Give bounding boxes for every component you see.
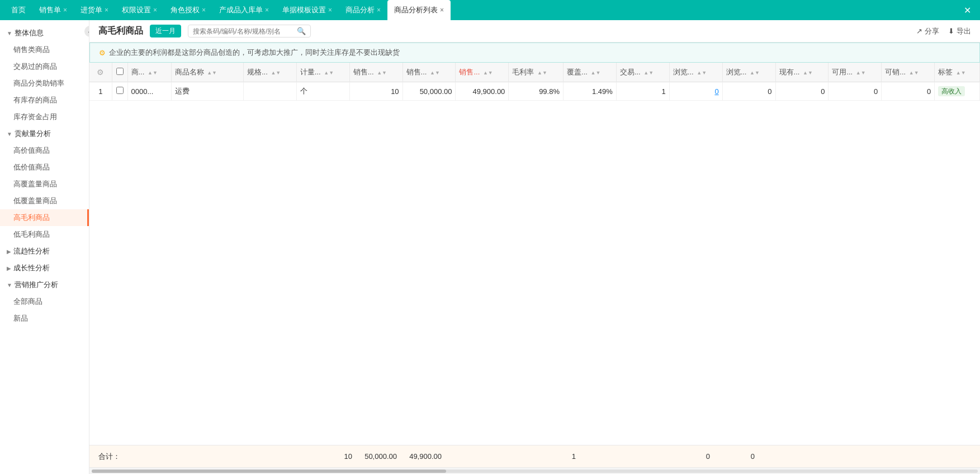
tag-badge: 高收入 bbox=[938, 86, 965, 96]
nav-analysis-close[interactable]: × bbox=[377, 6, 381, 14]
col-gross-margin[interactable]: 毛利率 ▲▼ bbox=[509, 63, 564, 82]
row-transaction: 1 bbox=[616, 82, 669, 101]
col-spec[interactable]: 规格... ▲▼ bbox=[243, 63, 296, 82]
sort-icon-coverage: ▲▼ bbox=[590, 70, 600, 76]
nav-analysis[interactable]: 商品分析 × bbox=[339, 0, 387, 20]
sidebar-group-contribution[interactable]: ▼ 贡献量分析 bbox=[0, 125, 89, 142]
footer-sales-qty-val: 10 bbox=[311, 452, 356, 461]
horizontal-scrollbar[interactable] bbox=[89, 467, 980, 474]
nav-analysis-list-close[interactable]: × bbox=[440, 6, 444, 14]
nav-warehouse-close[interactable]: × bbox=[265, 6, 269, 14]
col-sales-amount[interactable]: 销售... ▲▼ bbox=[403, 63, 456, 82]
row-num: 1 bbox=[89, 82, 112, 101]
sort-icon-code: ▲▼ bbox=[148, 70, 158, 76]
date-filter-button[interactable]: 近一月 bbox=[150, 25, 181, 37]
share-button[interactable]: ↗ 分享 bbox=[916, 26, 939, 36]
marketing-arrow-icon: ▼ bbox=[7, 282, 12, 288]
nav-home[interactable]: 首页 bbox=[4, 0, 32, 20]
col-name-label: 商品名称 bbox=[175, 68, 204, 76]
settings-icon[interactable]: ⚙ bbox=[97, 68, 104, 77]
nav-sales-close[interactable]: × bbox=[63, 6, 67, 14]
sidebar-item-category-rate[interactable]: 商品分类助销率 bbox=[0, 75, 89, 92]
col-coverage[interactable]: 覆盖... ▲▼ bbox=[564, 63, 617, 82]
row-code: 0000... bbox=[127, 82, 171, 101]
select-all-checkbox[interactable] bbox=[116, 68, 124, 75]
col-checkbox bbox=[112, 63, 127, 82]
col-unit[interactable]: 计量... ▲▼ bbox=[296, 63, 349, 82]
col-available-label: 可用... bbox=[832, 68, 853, 76]
sort-icon-saleable: ▲▼ bbox=[909, 70, 919, 76]
browse1-link[interactable]: 0 bbox=[714, 87, 718, 96]
col-current-stock-label: 现有... bbox=[779, 68, 800, 76]
top-navigation: 首页 销售单 × 进货单 × 权限设置 × 角色授权 × 产成品入库单 × 单据… bbox=[0, 0, 980, 20]
col-available[interactable]: 可用... ▲▼ bbox=[828, 63, 882, 82]
scrollbar-track bbox=[92, 470, 978, 473]
sort-icon-transaction: ▲▼ bbox=[643, 70, 654, 76]
row-spec bbox=[243, 82, 296, 101]
page-title: 高毛利商品 bbox=[98, 25, 143, 37]
nav-warehouse[interactable]: 产成品入库单 × bbox=[212, 0, 276, 20]
row-available: 0 bbox=[828, 82, 882, 101]
sidebar-item-in-stock[interactable]: 有库存的商品 bbox=[0, 92, 89, 109]
sort-icon-spec: ▲▼ bbox=[271, 70, 281, 76]
sidebar-item-all-goods[interactable]: 全部商品 bbox=[0, 293, 89, 310]
col-settings: ⚙ bbox=[89, 63, 112, 82]
nav-template-close[interactable]: × bbox=[328, 6, 332, 14]
sidebar-item-low-coverage[interactable]: 低覆盖量商品 bbox=[0, 193, 89, 209]
col-transaction[interactable]: 交易... ▲▼ bbox=[616, 63, 669, 82]
sidebar-group-marketing[interactable]: ▼ 营销推广分析 bbox=[0, 276, 89, 293]
col-browse2[interactable]: 浏览... ▲▼ bbox=[722, 63, 775, 82]
scrollbar-thumb[interactable] bbox=[92, 470, 446, 473]
sidebar-item-low-margin[interactable]: 低毛利商品 bbox=[0, 226, 89, 243]
col-browse1[interactable]: 浏览... ▲▼ bbox=[669, 63, 722, 82]
col-transaction-label: 交易... bbox=[620, 68, 641, 76]
search-icon[interactable]: 🔍 bbox=[297, 27, 306, 35]
nav-analysis-list[interactable]: 商品分析列表 × bbox=[387, 0, 451, 20]
export-button[interactable]: ⬇ 导出 bbox=[948, 26, 971, 36]
col-sales-cost[interactable]: 销售... ▲▼ bbox=[456, 63, 509, 82]
sort-icon-sales-amount: ▲▼ bbox=[430, 70, 440, 76]
sidebar-item-stock-capital[interactable]: 库存资金占用 bbox=[0, 109, 89, 125]
nav-role[interactable]: 角色授权 × bbox=[164, 0, 212, 20]
nav-permission[interactable]: 权限设置 × bbox=[115, 0, 164, 20]
nav-sales[interactable]: 销售单 × bbox=[32, 0, 74, 20]
nav-permission-close[interactable]: × bbox=[153, 6, 157, 14]
sort-icon-current-stock: ▲▼ bbox=[803, 70, 813, 76]
content-area: 高毛利商品 近一月 🔍 ↗ 分享 ⬇ 导出 ⚙ 企业的主要的利润都是这部分商品创… bbox=[89, 20, 980, 474]
footer-current-stock: 0 bbox=[669, 452, 713, 461]
sort-icon-tag: ▲▼ bbox=[956, 70, 966, 76]
sort-icon-gross-margin: ▲▼ bbox=[537, 70, 547, 76]
col-sales-amount-label: 销售... bbox=[406, 68, 427, 76]
nav-template[interactable]: 单据模板设置 × bbox=[276, 0, 339, 20]
row-select-checkbox[interactable] bbox=[116, 87, 124, 94]
row-sales-cost: 49,900.00 bbox=[456, 82, 509, 101]
col-spec-label: 规格... bbox=[247, 68, 268, 76]
sidebar-item-new-goods[interactable]: 新品 bbox=[0, 310, 89, 327]
col-sales-qty[interactable]: 销售... ▲▼ bbox=[349, 63, 403, 82]
col-code[interactable]: 商... ▲▼ bbox=[127, 63, 171, 82]
sidebar-item-low-value[interactable]: 低价值商品 bbox=[0, 159, 89, 176]
header-actions: ↗ 分享 ⬇ 导出 bbox=[916, 26, 971, 36]
row-current-stock: 0 bbox=[775, 82, 828, 101]
nav-close-all[interactable]: ✕ bbox=[959, 5, 976, 16]
sort-icon-browse1: ▲▼ bbox=[697, 70, 707, 76]
search-input[interactable] bbox=[193, 27, 297, 35]
col-sales-cost-label: 销售... bbox=[459, 68, 480, 76]
col-tag[interactable]: 标签 ▲▼ bbox=[935, 63, 980, 82]
table-container: ⚙ 商... ▲▼ 商品名称 ▲▼ bbox=[89, 63, 980, 445]
sidebar-item-traded-goods[interactable]: 交易过的商品 bbox=[0, 58, 89, 75]
col-saleable[interactable]: 可销... ▲▼ bbox=[882, 63, 935, 82]
sidebar-item-high-value[interactable]: 高价值商品 bbox=[0, 142, 89, 159]
nav-role-close[interactable]: × bbox=[202, 6, 206, 14]
sidebar-item-sales-goods[interactable]: 销售类商品 bbox=[0, 41, 89, 58]
col-code-label: 商... bbox=[131, 68, 145, 76]
sidebar-group-growth[interactable]: ▶ 成长性分析 bbox=[0, 260, 89, 276]
col-current-stock[interactable]: 现有... ▲▼ bbox=[775, 63, 828, 82]
sidebar-item-high-margin[interactable]: 高毛利商品 bbox=[0, 209, 89, 226]
sidebar-group-overall[interactable]: ▼ 整体信息 bbox=[0, 25, 89, 41]
sidebar-item-high-coverage[interactable]: 高覆盖量商品 bbox=[0, 176, 89, 193]
nav-purchase[interactable]: 进货单 × bbox=[74, 0, 115, 20]
sidebar-group-flow[interactable]: ▶ 流趋性分析 bbox=[0, 243, 89, 260]
col-name[interactable]: 商品名称 ▲▼ bbox=[171, 63, 243, 82]
nav-purchase-close[interactable]: × bbox=[105, 6, 108, 14]
